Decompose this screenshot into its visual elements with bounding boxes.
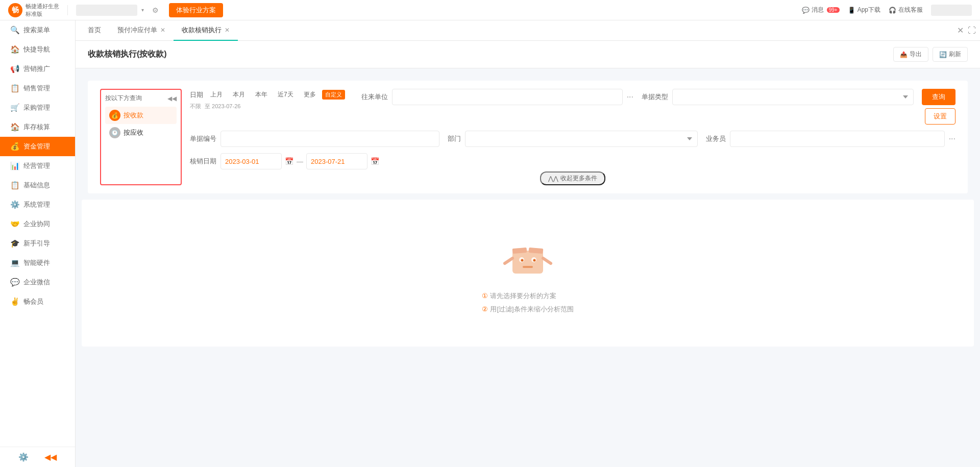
- sidebar-item-operation[interactable]: 📊 经营管理: [0, 156, 75, 176]
- sidebar-collapse-icon[interactable]: ◀◀: [44, 452, 57, 462]
- tab-bar: 首页 预付冲应付单 ✕ 收款核销执行 ✕ ✕ ⛶: [76, 20, 980, 41]
- partner-dots-icon[interactable]: ···: [627, 92, 633, 102]
- tab-prepay[interactable]: 预付冲应付单 ✕: [109, 20, 174, 41]
- by-receivable-icon: 🕐: [109, 127, 120, 138]
- filter-area: 按以下方查询 ◀◀ 💰 按收款 🕐 按应收: [88, 81, 968, 193]
- query-button[interactable]: 查询: [922, 89, 955, 105]
- collapse-more-button[interactable]: ⋀⋀ 收起更多条件: [540, 171, 605, 185]
- sidebar-label: 基础信息: [23, 181, 50, 190]
- message-badge: 99+: [827, 7, 840, 13]
- logo-text: 畅捷通好生意 标准版: [26, 3, 59, 17]
- filter-option-by-receipt[interactable]: 💰 按收款: [105, 107, 177, 124]
- date-tab-more[interactable]: 更多: [300, 89, 320, 101]
- sidebar-label: 畅会员: [23, 297, 43, 306]
- content-area: 首页 预付冲应付单 ✕ 收款核销执行 ✕ ✕ ⛶ 收款核销执行(按收款) 📤: [76, 20, 980, 467]
- sidebar-item-inventory[interactable]: 🏠 库存核算: [0, 117, 75, 137]
- writeoff-date-range: 📅 — 📅: [220, 153, 379, 169]
- tab-receipt-writeoff[interactable]: 收款核销执行 ✕: [174, 20, 238, 41]
- app-download-action[interactable]: 📱 App下载: [848, 6, 880, 14]
- setting-button[interactable]: 设置: [925, 108, 955, 125]
- svg-point-6: [533, 259, 536, 262]
- date-tab-this-year[interactable]: 本年: [251, 89, 272, 101]
- sidebar-item-hardware[interactable]: 💻 智能硬件: [0, 253, 75, 273]
- purchase-icon: 🛒: [10, 103, 19, 112]
- tab-home[interactable]: 首页: [80, 20, 109, 41]
- dept-select[interactable]: [465, 131, 697, 147]
- date-tab-last-month[interactable]: 上月: [206, 89, 227, 101]
- message-icon: 💬: [802, 7, 810, 14]
- inventory-icon: 🏠: [10, 122, 19, 132]
- sidebar-bottom: ⚙️ ◀◀: [0, 447, 75, 467]
- sidebar-item-guide[interactable]: 🎓 新手引导: [0, 234, 75, 253]
- date-tab-custom[interactable]: 自定义: [322, 90, 345, 100]
- svg-rect-0: [512, 251, 543, 274]
- sidebar-item-enterprise[interactable]: 🤝 企业协同: [0, 214, 75, 234]
- sidebar-item-sales[interactable]: 📋 销售管理: [0, 79, 75, 98]
- refresh-button[interactable]: 🔄 刷新: [933, 47, 968, 62]
- filter-type-selector: 按以下方查询 ◀◀ 💰 按收款 🕐 按应收: [100, 89, 182, 185]
- writeoff-to-calendar-icon[interactable]: 📅: [371, 157, 379, 165]
- page-title: 收款核销执行(按收款): [88, 49, 167, 60]
- online-service-action[interactable]: 🎧 在线客服: [889, 6, 923, 14]
- guide-icon: 🎓: [10, 239, 19, 248]
- sidebar-item-search-menu[interactable]: 🔍 搜索菜单: [0, 20, 75, 40]
- filter-row-2: 单据编号 部门 业务员 ···: [190, 131, 955, 147]
- writeoff-date-to-input[interactable]: [306, 153, 368, 169]
- sidebar-item-finance[interactable]: 💰 资金管理: [0, 137, 75, 156]
- service-icon: 🎧: [889, 7, 896, 14]
- brand-dropdown-icon[interactable]: ▾: [141, 7, 144, 13]
- logo-icon: 畅: [8, 3, 22, 17]
- topbar-left: 畅 畅捷通好生意 标准版 ▾ ⚙ 体验行业方案: [8, 3, 223, 17]
- salesman-dots-icon[interactable]: ···: [949, 134, 955, 143]
- tab-close-all-icon[interactable]: ✕: [957, 26, 964, 35]
- partner-input[interactable]: [392, 89, 623, 105]
- settings-icon[interactable]: ⚙: [152, 6, 159, 14]
- tab-receipt-close[interactable]: ✕: [225, 27, 230, 34]
- doc-no-input[interactable]: [220, 131, 439, 147]
- member-icon: ✌️: [10, 297, 19, 306]
- sidebar-item-marketing[interactable]: 📢 营销推广: [0, 59, 75, 79]
- doc-type-select[interactable]: [672, 89, 914, 105]
- user-avatar[interactable]: [931, 5, 972, 16]
- sidebar-settings-icon[interactable]: ⚙️: [18, 452, 29, 462]
- sidebar-label: 库存核算: [23, 122, 50, 132]
- sidebar-item-member[interactable]: ✌️ 畅会员: [0, 292, 75, 311]
- doc-type-field: 单据类型: [642, 89, 914, 105]
- trial-button[interactable]: 体验行业方案: [169, 3, 223, 17]
- export-button[interactable]: 📤 导出: [893, 47, 928, 62]
- sidebar-item-wechat[interactable]: 💬 企业微信: [0, 273, 75, 292]
- sidebar-label: 营销推广: [23, 64, 50, 73]
- salesman-input[interactable]: [730, 131, 945, 147]
- sidebar-label: 资金管理: [23, 142, 50, 151]
- writeoff-from-calendar-icon[interactable]: 📅: [285, 157, 293, 165]
- collapse-icon: ⋀⋀: [548, 175, 558, 182]
- svg-line-8: [505, 258, 512, 263]
- empty-hint: ①请先选择要分析的方案 ②用[过滤]条件来缩小分析范围: [482, 289, 573, 316]
- sidebar-item-system[interactable]: ⚙️ 系统管理: [0, 195, 75, 214]
- logo: 畅 畅捷通好生意 标准版: [8, 3, 59, 17]
- tab-bar-actions: ✕ ⛶: [957, 26, 976, 35]
- filter-option-by-receivable[interactable]: 🕐 按应收: [105, 124, 177, 141]
- writeoff-date-from-input[interactable]: [220, 153, 282, 169]
- sidebar-item-purchase[interactable]: 🛒 采购管理: [0, 98, 75, 117]
- tab-prepay-label: 预付冲应付单: [117, 26, 157, 35]
- tab-prepay-close[interactable]: ✕: [160, 27, 165, 34]
- sidebar-label: 经营管理: [23, 161, 50, 170]
- topbar: 畅 畅捷通好生意 标准版 ▾ ⚙ 体验行业方案 💬 消息 99+ 📱 App下载…: [0, 0, 980, 20]
- salesman-field: 业务员 ···: [706, 131, 955, 147]
- wechat-icon: 💬: [10, 278, 19, 287]
- filter-title: 按以下方查询 ◀◀: [105, 94, 177, 103]
- filter-collapse-icon[interactable]: ◀◀: [167, 95, 177, 102]
- date-tab-7days[interactable]: 近7天: [274, 89, 298, 101]
- empty-state: ①请先选择要分析的方案 ②用[过滤]条件来缩小分析范围: [82, 200, 974, 347]
- dept-label: 部门: [448, 134, 461, 143]
- topbar-divider: [67, 5, 68, 15]
- svg-point-5: [521, 259, 524, 262]
- sidebar-item-basic-info[interactable]: 📋 基础信息: [0, 176, 75, 195]
- date-no-limit: 不限 至 2023-07-26: [190, 103, 353, 110]
- doc-no-label: 单据编号: [190, 134, 216, 143]
- date-tab-this-month[interactable]: 本月: [229, 89, 249, 101]
- message-action[interactable]: 💬 消息 99+: [802, 6, 840, 14]
- tab-expand-icon[interactable]: ⛶: [968, 26, 976, 35]
- sidebar-item-quick-nav[interactable]: 🏠 快捷导航: [0, 40, 75, 59]
